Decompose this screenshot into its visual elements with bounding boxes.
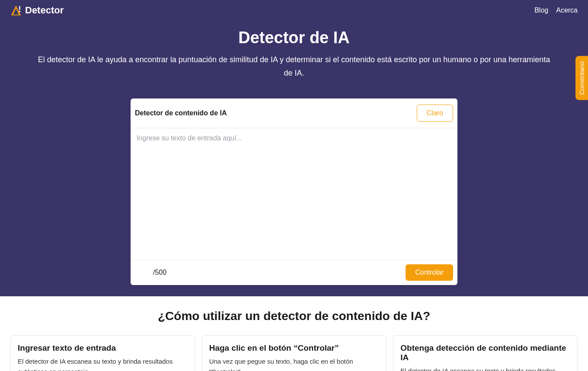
detector-card: Detector de contenido de IA Claro /500 C… xyxy=(131,98,457,285)
detector-card-footer: /500 Controlar xyxy=(131,260,457,285)
step-card: Ingresar texto de entrada El detector de… xyxy=(10,335,195,371)
page-subtitle: El detector de IA le ayuda a encontrar l… xyxy=(35,53,553,79)
how-to-section: ¿Cómo utilizar un detector de contenido … xyxy=(0,296,588,371)
logo-icon xyxy=(10,5,22,16)
detector-header-label: Detector de contenido de IA xyxy=(135,109,227,117)
step-title: Ingresar texto de entrada xyxy=(18,343,188,353)
nav-link-blog[interactable]: Blog xyxy=(534,6,548,14)
step-title: Haga clic en el botón “Controlar” xyxy=(209,343,379,353)
logo-link[interactable]: Detector xyxy=(10,5,64,16)
step-desc: El detector de IA escanea su texto y bri… xyxy=(18,356,188,371)
top-nav: Detector Blog Acerca xyxy=(10,0,578,21)
nav-link-about[interactable]: Acerca xyxy=(556,6,578,14)
hero-section: Detector Blog Acerca Detector de IA El d… xyxy=(0,0,588,296)
text-input[interactable] xyxy=(131,128,457,258)
step-desc: El detector de IA escanea su texto y bri… xyxy=(400,366,570,371)
step-title: Obtenga detección de contenido mediante … xyxy=(400,343,570,362)
check-button[interactable]: Controlar xyxy=(406,264,453,281)
brand-text: Detector xyxy=(25,5,64,16)
page-title: Detector de IA xyxy=(10,29,578,47)
detector-card-body xyxy=(131,128,457,260)
svg-point-3 xyxy=(19,11,20,12)
nav-links: Blog Acerca xyxy=(534,6,578,14)
step-desc: Una vez que pegue su texto, haga clic en… xyxy=(209,356,379,371)
svg-rect-2 xyxy=(19,6,20,10)
how-to-title: ¿Cómo utilizar un detector de contenido … xyxy=(10,309,578,323)
detector-card-header: Detector de contenido de IA Claro xyxy=(131,98,457,128)
step-card: Obtenga detección de contenido mediante … xyxy=(393,335,578,371)
steps-grid: Ingresar texto de entrada El detector de… xyxy=(10,335,578,371)
char-counter: /500 xyxy=(153,269,166,276)
feedback-tab[interactable]: Comentario xyxy=(575,56,588,100)
step-card: Haga clic en el botón “Controlar” Una ve… xyxy=(202,335,387,371)
clear-button[interactable]: Claro xyxy=(417,105,453,122)
